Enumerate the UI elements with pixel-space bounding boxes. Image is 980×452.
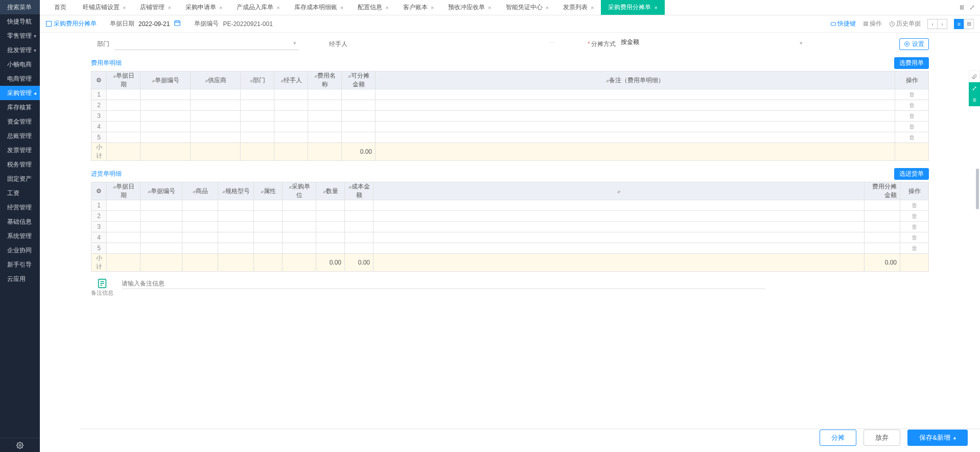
close-icon[interactable]: ×: [385, 5, 388, 11]
table-row[interactable]: 4🗑: [91, 232, 929, 243]
quick-create-link[interactable]: 快捷键: [830, 19, 856, 28]
t1-col-1[interactable]: ▴▾单据日期: [107, 72, 141, 89]
close-icon[interactable]: ×: [168, 5, 171, 11]
tab-6[interactable]: 客户账本×: [396, 0, 441, 15]
table-row[interactable]: 3🗑: [91, 111, 929, 122]
sidebar-item-13[interactable]: 工资: [0, 186, 40, 200]
view-list-btn[interactable]: ≡: [954, 19, 964, 29]
delete-icon[interactable]: 🗑: [909, 134, 915, 141]
close-icon[interactable]: ×: [340, 5, 343, 11]
t1-col-6[interactable]: ▴▾费用名称: [308, 72, 342, 89]
t1-col-3[interactable]: ▴▾供应商: [191, 72, 241, 89]
t1-col-4[interactable]: ▴▾部门: [241, 72, 274, 89]
delete-icon[interactable]: 🗑: [909, 112, 915, 120]
sidebar-item-11[interactable]: 税务管理: [0, 157, 40, 172]
sort-icon[interactable]: ▴▾: [348, 184, 351, 189]
tab-1[interactable]: 店铺管理×: [133, 0, 178, 15]
tab-10[interactable]: 采购费用分摊单×: [601, 0, 664, 15]
table-row[interactable]: 2🗑: [91, 100, 929, 111]
table-row[interactable]: 1🗑: [91, 89, 929, 100]
sidebar-item-17[interactable]: 企业协同: [0, 243, 40, 257]
delete-icon[interactable]: 🗑: [912, 234, 918, 241]
sidebar-item-19[interactable]: 云应用: [0, 272, 40, 286]
delete-icon[interactable]: 🗑: [912, 223, 918, 230]
select-purchase-bill-button[interactable]: 选进货单: [894, 168, 929, 180]
tab-5[interactable]: 配置信息×: [351, 0, 395, 15]
sidebar-item-8[interactable]: 资金管理: [0, 114, 40, 129]
sort-icon[interactable]: ▴▾: [148, 189, 150, 194]
sort-icon[interactable]: ▴▾: [152, 78, 154, 83]
t2-col-3[interactable]: ▴▾商品: [182, 182, 218, 200]
sort-icon[interactable]: ▴▾: [314, 74, 316, 79]
sidebar-item-10[interactable]: 发票管理: [0, 143, 40, 157]
t1-col-8[interactable]: ▴▾备注（费用单明细）: [376, 72, 895, 89]
t1-col-2[interactable]: ▴▾单据编号: [141, 72, 191, 89]
close-icon[interactable]: ×: [276, 5, 279, 11]
t2-col-1[interactable]: ▴▾单据日期: [107, 182, 141, 200]
date-value[interactable]: 2022-09-21: [138, 20, 170, 28]
sort-icon[interactable]: ▴▾: [281, 78, 283, 83]
sidebar-settings-icon[interactable]: [0, 438, 40, 452]
sidebar-item-3[interactable]: 批发管理▾: [0, 43, 40, 57]
tab-2[interactable]: 采购申请单×: [178, 0, 229, 15]
t2-col-9[interactable]: ▴▾: [374, 182, 865, 200]
dock-expand-icon[interactable]: ⤢: [969, 82, 980, 94]
close-icon[interactable]: ×: [431, 5, 434, 11]
tab-9[interactable]: 发票列表×: [556, 0, 601, 15]
table-row[interactable]: 1🗑: [91, 200, 929, 211]
sort-icon[interactable]: ▴▾: [261, 189, 263, 194]
tab-home[interactable]: 首页: [45, 0, 76, 15]
sort-icon[interactable]: ▴▾: [193, 189, 195, 194]
dept-select[interactable]: ▾: [114, 38, 298, 50]
sidebar-item-14[interactable]: 经营管理: [0, 200, 40, 215]
calendar-icon[interactable]: [174, 19, 181, 28]
t1-col-0[interactable]: ⚙: [91, 72, 107, 89]
tabs-expand-icon[interactable]: ⤢: [969, 4, 975, 11]
close-icon[interactable]: ×: [488, 5, 491, 11]
t1-col-5[interactable]: ▴▾经手人: [274, 72, 308, 89]
dock-menu-icon[interactable]: ≡: [969, 94, 980, 106]
t2-col-2[interactable]: ▴▾单据编号: [141, 182, 182, 200]
table-row[interactable]: 5🗑: [91, 132, 929, 143]
sort-icon[interactable]: ▴▾: [205, 78, 207, 83]
tabs-menu-icon[interactable]: Ⅲ: [960, 4, 964, 11]
sidebar-item-9[interactable]: 总账管理: [0, 129, 40, 143]
table-row[interactable]: 3🗑: [91, 222, 929, 232]
sort-icon[interactable]: ▴▾: [113, 184, 115, 189]
prev-doc-btn[interactable]: ‹: [927, 19, 938, 29]
t2-col-8[interactable]: ▴▾成本金额: [345, 182, 374, 200]
sidebar-item-0[interactable]: 搜索菜单: [0, 0, 40, 14]
t2-col-6[interactable]: ▴▾采购单位: [283, 182, 316, 200]
t2-col-fee[interactable]: 费用分摊金额: [865, 182, 900, 200]
sidebar-item-12[interactable]: 固定资产: [0, 172, 40, 186]
sort-icon[interactable]: ▴▾: [250, 78, 252, 83]
sidebar-item-7[interactable]: 库存核算: [0, 100, 40, 114]
delete-icon[interactable]: 🗑: [909, 123, 915, 130]
gear-icon[interactable]: ⚙: [96, 77, 102, 84]
gear-icon[interactable]: ⚙: [96, 187, 102, 195]
sidebar-item-5[interactable]: 电商管理: [0, 72, 40, 86]
allocate-button[interactable]: 分摊: [820, 430, 856, 446]
delete-icon[interactable]: 🗑: [909, 91, 915, 98]
sidebar-item-1[interactable]: 快捷导航: [0, 14, 40, 29]
dock-attachment-icon[interactable]: [969, 70, 980, 83]
sidebar-item-2[interactable]: 零售管理▾: [0, 29, 40, 43]
view-grid-btn[interactable]: ⊞: [964, 19, 974, 29]
select-fee-bill-button[interactable]: 选费用单: [894, 57, 929, 69]
close-icon[interactable]: ×: [654, 5, 657, 11]
t2-col-5[interactable]: ▴▾属性: [254, 182, 283, 200]
tab-0[interactable]: 旺铺店铺设置×: [76, 0, 133, 15]
sidebar-item-15[interactable]: 基础信息: [0, 215, 40, 229]
delete-icon[interactable]: 🗑: [912, 202, 918, 209]
sort-icon[interactable]: ▴▾: [606, 78, 608, 83]
sort-icon[interactable]: ▴▾: [617, 189, 619, 194]
sort-icon[interactable]: ▴▾: [289, 184, 291, 189]
t1-col-7[interactable]: ▴▾可分摊金额: [342, 72, 376, 89]
next-doc-btn[interactable]: ›: [937, 19, 947, 29]
sort-icon[interactable]: ▴▾: [323, 189, 325, 194]
history-link[interactable]: 历史单据: [889, 19, 921, 28]
setting-button[interactable]: 设置: [899, 38, 929, 50]
tab-8[interactable]: 智能凭证中心×: [499, 0, 556, 15]
tab-7[interactable]: 预收冲应收单×: [441, 0, 498, 15]
delete-icon[interactable]: 🗑: [909, 102, 915, 109]
